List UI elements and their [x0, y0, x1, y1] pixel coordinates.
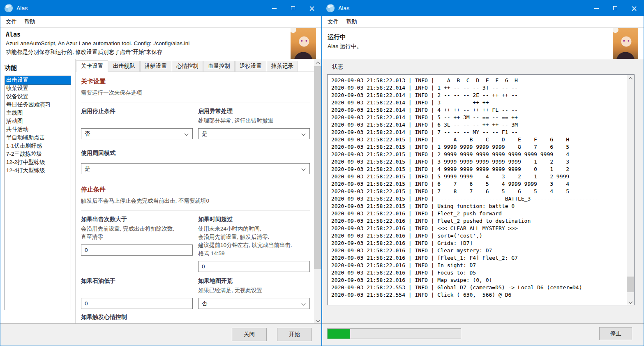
chevron-down-icon — [316, 318, 320, 323]
sidebar-item[interactable]: 收菜设置 — [5, 84, 71, 92]
close-button[interactable]: × — [625, 0, 644, 16]
log-line: 2020-09-03 21:58:22.014 | INFO | 3 -- --… — [331, 99, 627, 106]
log-line: 2020-09-03 21:58:22.014 | INFO | 7 -- --… — [331, 129, 627, 136]
sidebar-item[interactable]: 7-2三战拣垃圾 — [5, 150, 71, 158]
sidebar-item[interactable]: 12-4打大型练级 — [5, 166, 71, 175]
window-runner: Alas × 文件帮助 运行中 Alas 运行中。 状态 2020-09-03 … — [322, 0, 644, 346]
if-oil-input[interactable] — [81, 298, 193, 309]
menu-item[interactable]: 文件 — [324, 16, 342, 27]
section-title: 停止条件 — [81, 186, 310, 194]
scroll-up-button[interactable] — [314, 59, 321, 66]
sidebar-item[interactable]: 出击设置 — [5, 76, 71, 84]
titlebar[interactable]: Alas × — [322, 0, 644, 16]
maximize-icon — [613, 6, 617, 10]
status-label: 状态 — [322, 59, 644, 74]
enable-exception-select[interactable]: 是 — [198, 128, 310, 139]
sidebar-item[interactable]: 设备设置 — [5, 92, 71, 101]
if-time-input[interactable] — [198, 261, 310, 272]
sidebar-item[interactable]: 12-2打中型练级 — [5, 158, 71, 166]
menu-item[interactable]: 文件 — [2, 16, 21, 27]
close-button[interactable]: × — [302, 0, 321, 16]
tab[interactable]: 退役设置 — [235, 61, 266, 72]
scroll-thumb[interactable] — [314, 66, 321, 269]
minimize-button[interactable] — [265, 0, 284, 16]
chevron-down-icon — [628, 300, 632, 304]
footer-bar: 关闭 开始 — [0, 323, 321, 346]
log-line: 2020-09-03 21:58:22.015 | INFO | A B C D… — [331, 136, 627, 143]
tab[interactable]: 关卡设置 — [76, 60, 108, 72]
field-if-time: 如果时间超过 使用未来24小时内的时间, 会沿用先前设置, 触发后清零. 建议提… — [198, 215, 310, 272]
footer-bar: 停止 — [322, 323, 644, 346]
log-line: 2020-09-03 21:58:22.016 | INFO | Fleet_2… — [331, 210, 627, 217]
scroll-track[interactable] — [314, 66, 321, 316]
section-subtitle: 需要运行一次来保存选项 — [81, 89, 310, 97]
sidebar-item[interactable]: 1-1伏击刷好感 — [5, 142, 71, 150]
scroll-thumb[interactable] — [627, 277, 634, 292]
app-header: Alas AzurLaneAutoScript, An Azur Lane au… — [0, 28, 321, 59]
scroll-down-button[interactable] — [314, 316, 321, 323]
log-line: 2020-09-03 21:58:22.014 | INFO | 2 -- --… — [331, 92, 627, 99]
scroll-track[interactable] — [627, 82, 634, 298]
window-title: Alas — [16, 5, 265, 12]
field-loop-mode: 使用周回模式 是 — [81, 148, 310, 174]
sidebar-item[interactable]: 主线图 — [5, 109, 71, 117]
run-status-subtitle: Alas 运行中。 — [328, 43, 644, 50]
divider — [81, 102, 310, 102]
field-subtext: 会沿用先前设置, 完成出击将扣除次数, 直至清零 — [81, 225, 193, 241]
tab[interactable]: 血量控制 — [203, 61, 235, 72]
close-icon: × — [309, 5, 315, 12]
if-map-select[interactable]: 否 — [198, 298, 310, 309]
menu-item[interactable]: 帮助 — [342, 16, 361, 27]
alas-logo-icon — [5, 4, 13, 12]
log-panel: 2020-09-03 21:58:22.013 | INFO | A B C D… — [327, 74, 635, 305]
sidebar-heading: 功能 — [5, 64, 71, 72]
maximize-icon — [291, 6, 295, 10]
tab[interactable]: 心情控制 — [172, 61, 203, 72]
function-list[interactable]: 出击设置收菜设置设备设置每日任务困难演习主线图活动图共斗活动半自动辅助点击1-1… — [5, 76, 71, 310]
select-value: 否 — [85, 130, 90, 138]
close-config-button[interactable]: 关闭 — [232, 328, 267, 341]
tab[interactable]: 出击舰队 — [108, 61, 140, 72]
minimize-button[interactable] — [587, 0, 606, 16]
sidebar-item[interactable]: 半自动辅助点击 — [5, 134, 71, 142]
chevron-up-icon — [628, 77, 632, 81]
log-line: 2020-09-03 21:58:22.014 | INFO | 4 ++ ++… — [331, 106, 627, 114]
field-subtext: 处理部分异常, 运行出错时撤退 — [198, 117, 310, 125]
app-hint: 功能都是分别保存和运行的, 修改设置后别忘了点击"开始"来保存 — [6, 48, 321, 55]
sidebar-item[interactable]: 活动图 — [5, 117, 71, 125]
tab[interactable]: 潜艇设置 — [140, 61, 171, 72]
sidebar-item[interactable]: 共斗活动 — [5, 125, 71, 134]
field-if-emotion: 如果触发心情控制 若是, 等待回复, 完成本次, 停止 — [81, 312, 310, 323]
menubar: 文件帮助 — [322, 16, 644, 28]
scroll-up-button[interactable] — [627, 75, 634, 82]
log-line: 2020-09-03 21:58:22.016 | INFO | Grids: … — [331, 240, 627, 247]
log-line: 2020-09-03 21:58:22.016 | INFO | <<< CLE… — [331, 225, 627, 232]
log-line: 2020-09-03 21:58:22.016 | INFO | Map swi… — [331, 277, 627, 284]
log-line: 2020-09-03 21:58:22.014 | INFO | 5 -- ++… — [331, 114, 627, 121]
chevron-down-icon — [302, 302, 306, 306]
maximize-button[interactable] — [284, 0, 302, 16]
loop-mode-select[interactable]: 是 — [81, 163, 310, 174]
maximize-button[interactable] — [606, 0, 625, 16]
log-line: 2020-09-03 21:58:22.016 | INFO | In sigh… — [331, 262, 627, 269]
sidebar-item[interactable]: 每日任务困难演习 — [5, 101, 71, 109]
settings-scrollbar[interactable] — [314, 59, 321, 323]
tab[interactable]: 掉落记录 — [267, 61, 298, 72]
chevron-down-icon — [302, 132, 306, 136]
titlebar[interactable]: Alas × — [0, 0, 321, 16]
stop-button[interactable]: 停止 — [599, 327, 632, 340]
menu-item[interactable]: 帮助 — [21, 16, 39, 27]
start-button[interactable]: 开始 — [277, 328, 312, 341]
log-line: 2020-09-03 21:58:22.016 | INFO | sort=('… — [331, 232, 627, 240]
progress-fill — [328, 329, 350, 339]
if-count-input[interactable] — [81, 245, 193, 256]
log-line: 2020-09-03 21:58:22.015 | INFO | 4 9999 … — [331, 166, 627, 173]
log-line: 2020-09-03 21:58:22.015 | INFO | 5 9999 … — [331, 173, 627, 180]
enable-stop-select[interactable]: 否 — [81, 128, 193, 139]
log-scrollbar[interactable] — [627, 75, 634, 305]
log-line: 2020-09-03 21:58:22.015 | INFO | 6 7 6 5… — [331, 180, 627, 188]
scroll-down-button[interactable] — [627, 298, 634, 305]
app-description: AzurLaneAutoScript, An Azur Lane automat… — [6, 40, 321, 47]
field-enable-stop: 启用停止条件 否 — [81, 106, 193, 139]
log-line: 2020-09-03 21:58:22.553 | INFO | Global … — [331, 284, 627, 291]
